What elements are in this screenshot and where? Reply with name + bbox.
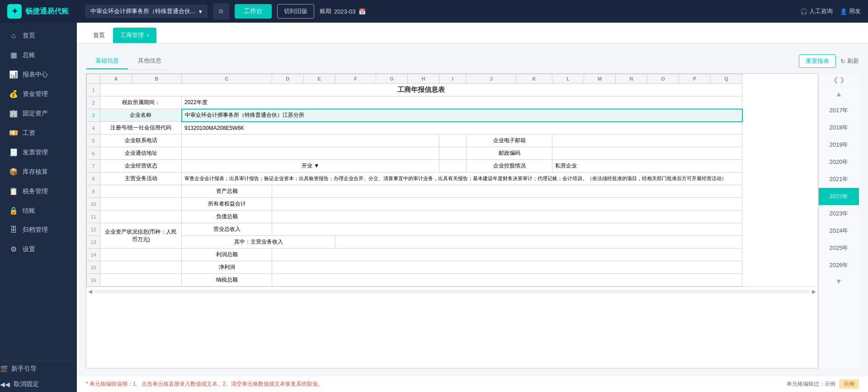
col-header-a[interactable]: A [100,74,132,84]
logo-icon: ✦ [7,4,22,19]
year-up-nav: ▲ [819,86,859,102]
scroll-right-button[interactable]: ▶ [812,288,816,295]
col-header-j[interactable]: J [467,74,516,84]
tab-home[interactable]: 首页 [86,28,112,43]
sidebar-item-settings[interactable]: ⚙ 设置 [0,239,77,259]
horizontal-scrollbar[interactable] [94,290,810,293]
pin-icon: ◀◀ [0,381,10,388]
period-value-cell[interactable]: 2022年度 [182,96,742,109]
year-2024[interactable]: 2024年 [819,222,859,239]
biz-status-value-cell[interactable]: 开业 ▼ [182,160,439,172]
year-2025[interactable]: 2025年 [819,239,859,257]
postcode-value-cell[interactable] [552,147,742,160]
row-num-1: 1 [87,84,100,96]
scroll-left-button[interactable]: ◀ [88,288,92,295]
home-icon: ⌂ [9,32,18,40]
tab-home-label: 首页 [93,31,105,39]
sidebar-item-archive[interactable]: 🗄 归档管理 [0,220,77,239]
col-header-c[interactable]: C [182,74,272,84]
year-2019[interactable]: 2019年 [819,136,859,153]
total-revenue-value[interactable] [272,223,742,236]
col-header-g[interactable]: G [376,74,408,84]
total-profit-value[interactable] [272,249,742,261]
col-header-p[interactable]: P [679,74,711,84]
col-header-q[interactable]: Q [711,74,742,84]
col-header-h[interactable]: H [408,74,439,84]
phone-value-cell[interactable] [182,134,439,147]
sheet-title-cell[interactable]: 工商年报信息表 [100,84,742,96]
year-2026[interactable]: 2026年 [819,257,859,274]
biz-status-label-cell: 企业经营状态 [100,160,182,172]
year-2018[interactable]: 2018年 [819,119,859,136]
year-down-button[interactable]: ▼ [834,276,844,287]
calendar-icon[interactable]: 📅 [359,8,366,15]
refresh-label: 刷新 [847,57,859,65]
company-selector[interactable]: 中审众环会计师事务所（特殊普通合伙... ▾ [85,5,208,18]
sidebar-item-inventory[interactable]: 📦 库存核算 [0,162,77,182]
new-guide-icon: 🎬 [0,365,8,373]
equity-value[interactable] [272,198,742,210]
holding-value-cell[interactable]: 私营企业 [552,160,742,172]
sidebar-item-reports[interactable]: 📊 报表中心 [0,65,77,84]
col-header-f[interactable]: F [335,74,376,84]
col-header-n[interactable]: N [616,74,647,84]
copy-button[interactable]: ⧉ [213,3,229,19]
year-2020[interactable]: 2020年 [819,153,859,171]
user-menu[interactable]: 👤 用友 [840,7,861,15]
reset-report-button[interactable]: 重置报表 [799,54,836,68]
main-revenue-value[interactable] [335,236,742,249]
table-row: 9 资产总额 [87,185,742,198]
switch-version-button[interactable]: 切到旧版 [277,4,314,19]
col-header-d[interactable]: D [272,74,304,84]
panel-expand-right[interactable]: ❯ [840,76,845,83]
sidebar-item-invoice[interactable]: 🧾 发票管理 [0,143,77,162]
col-header-b[interactable]: B [132,74,182,84]
year-up-button[interactable]: ▲ [834,88,844,100]
total-assets-value[interactable] [272,185,742,198]
reg-value-cell[interactable]: 91320100MA208E5W6K [182,122,742,134]
liabilities-value[interactable] [272,210,742,223]
sidebar-item-tax[interactable]: 📋 税务管理 [0,182,77,201]
tab-close-button[interactable]: × [146,33,149,38]
company-value-cell[interactable]: 中审众环会计师事务所（特殊普通合伙）江苏分所 [182,109,742,122]
equity-spacer [100,198,182,210]
sidebar-item-label: 固定资产 [23,110,48,118]
spreadsheet-container[interactable]: A B C D E F G H I J K L [86,73,818,368]
sheet-wrapper: A B C D E F G H I J K L [86,73,859,368]
pin-item[interactable]: ◀◀ 取消固定 [0,377,77,392]
support-button[interactable]: 🎧 人工咨询 [800,7,833,15]
sidebar-item-funds[interactable]: 💰 资金管理 [0,84,77,104]
sidebar-item-assets[interactable]: 🏢 固定资产 [0,104,77,123]
address-value-cell[interactable] [182,147,439,160]
sidebar-item-close[interactable]: 🔒 结账 [0,201,77,220]
biz-activity-value-cell[interactable]: 审查企业会计报表；出具审计报告；验证企业资本；出具验资报告；办理企业合开、分立、… [182,172,742,185]
panel-collapse-left[interactable]: ❮ [833,76,839,83]
email-label-cell: 企业电子邮箱 [467,134,552,147]
tab-bizmanagement[interactable]: 工商管理 × [113,28,156,43]
table-row: 6 企业通信地址 邮政编码 [87,147,742,160]
workspace-button[interactable]: 工作台 [235,4,272,19]
sidebar-item-ledger[interactable]: ▦ 总账 [0,45,77,65]
total-tax-value[interactable] [272,274,742,287]
sidebar: ⌂ 首页 ▦ 总账 📊 报表中心 💰 资金管理 🏢 固定资产 💴 工资 🧾 发票… [0,23,77,392]
year-2021[interactable]: 2021年 [819,171,859,188]
col-header-m[interactable]: M [584,74,616,84]
col-header-e[interactable]: E [304,74,335,84]
col-header-o[interactable]: O [647,74,679,84]
year-2017[interactable]: 2017年 [819,102,859,119]
footer-tip: * 单元格编辑说明：1、点击单元格直接录入数值或文本。2、清空单元格数值或文本恢… [86,380,323,388]
sidebar-item-home[interactable]: ⌂ 首页 [0,26,77,45]
col-header-k[interactable]: K [516,74,552,84]
sub-tab-basic[interactable]: 基础信息 [86,53,128,69]
cell-edited-label: 单元格编辑过：示例 [787,380,835,388]
sidebar-item-payroll[interactable]: 💴 工资 [0,123,77,143]
refresh-button[interactable]: ↻ 刷新 [840,57,859,65]
col-header-i[interactable]: I [439,74,467,84]
year-2023[interactable]: 2023年 [819,205,859,222]
net-profit-value[interactable] [272,261,742,274]
new-guide-item[interactable]: 🎬 新手引导 [0,361,77,377]
email-value-cell[interactable] [552,134,742,147]
col-header-l[interactable]: L [552,74,584,84]
sub-tab-other[interactable]: 其他信息 [128,53,171,69]
year-2022[interactable]: 2022年 [819,188,859,205]
